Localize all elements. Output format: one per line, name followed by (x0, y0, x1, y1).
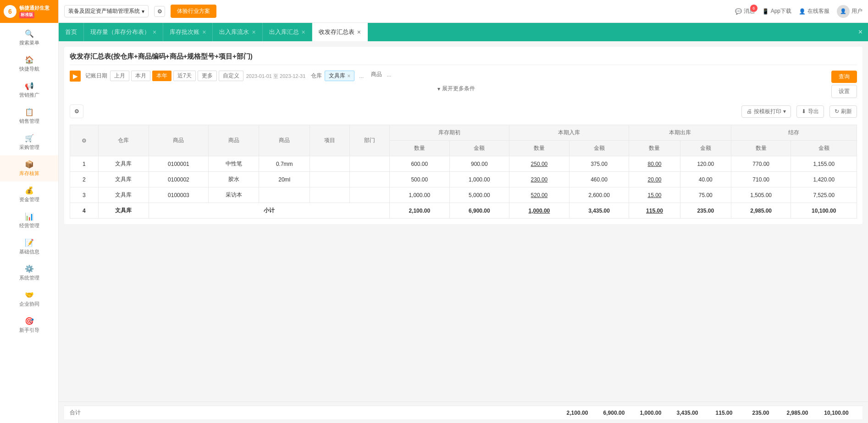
tab-label-inout-summary: 出入库汇总 (269, 28, 299, 36)
th-goods-name: 商品 (209, 125, 259, 156)
sidebar-item-search[interactable]: 🔍搜索菜单 (0, 25, 58, 51)
goods-filter-col: 商品 ... (371, 71, 393, 78)
cell-in-qty[interactable]: 230.00 (509, 172, 569, 187)
sidebar-item-marketing[interactable]: 📢营销推广 (0, 77, 58, 103)
sidebar-item-operations[interactable]: 📊经营管理 (0, 208, 58, 234)
filter-toggle-btn[interactable]: ▶ (70, 71, 81, 82)
sidebar-item-quick-nav[interactable]: 🏠快捷导航 (0, 51, 58, 77)
th-out: 本期出库 (629, 125, 731, 141)
app-download-btn[interactable]: 📱 App下载 (762, 7, 791, 15)
sidebar-item-basic-info[interactable]: 📝基础信息 (0, 234, 58, 260)
warehouse-value: 文具库 (329, 72, 345, 80)
date-btn-近7天[interactable]: 近7天 (173, 71, 196, 81)
user-btn[interactable]: 👤 用户 (837, 5, 862, 18)
tab-close-batch[interactable]: × (202, 29, 206, 35)
warehouse-tag[interactable]: 文具库 × (325, 71, 354, 81)
sidebar-item-inventory[interactable]: 📦库存核算 (0, 155, 58, 181)
sidebar-label-basic-info: 基础信息 (19, 248, 39, 255)
tab-close-inout-flow[interactable]: × (252, 29, 255, 35)
print-label: 按模板打印 (754, 108, 781, 115)
tab-inout-flow[interactable]: 出入库流水× (213, 23, 262, 41)
table-settings-btn[interactable]: ⚙ (70, 104, 83, 118)
close-all-tabs-btn[interactable]: × (853, 28, 868, 36)
cell-bal-qty: 710.00 (731, 172, 791, 187)
tab-close-inout-summary[interactable]: × (302, 29, 305, 35)
date-btn-自定义[interactable]: 自定义 (219, 71, 243, 81)
cell-code: 0100001 (149, 156, 209, 172)
tab-collect-summary[interactable]: 收发存汇总表× (312, 23, 368, 41)
tab-home[interactable]: 首页 (59, 23, 84, 41)
tab-batch[interactable]: 库存批次账× (163, 23, 213, 41)
cell-seq: 1 (70, 156, 99, 172)
cell-bal-amt: 1,420.00 (791, 172, 857, 187)
cell-out-qty[interactable]: 80.00 (629, 156, 680, 172)
footer-open-amt: 6,900.00 (596, 410, 632, 416)
cell-out-qty[interactable]: 20.00 (629, 172, 680, 187)
warehouse-more-icon[interactable]: ... (357, 73, 365, 79)
date-btn-本年[interactable]: 本年 (152, 71, 171, 81)
tab-stock-dist[interactable]: 现存量（库存分布表）× (84, 23, 163, 41)
sidebar-item-enterprise[interactable]: 🤝企业协同 (0, 286, 58, 312)
message-btn[interactable]: 💬 消息 6 (735, 7, 755, 15)
query-btn[interactable]: 查询 (831, 71, 857, 83)
expand-more-btn[interactable]: ▾ 展开更多条件 (85, 83, 827, 94)
sidebar-item-purchase[interactable]: 🛒采购管理 (0, 129, 58, 155)
refresh-btn[interactable]: ↻ 刷新 (829, 105, 857, 118)
system-selector[interactable]: 装备及固定资产辅助管理系统 ▾ (64, 5, 149, 17)
date-btn-更多[interactable]: 更多 (198, 71, 217, 81)
experience-btn[interactable]: 体验行业方案 (171, 5, 216, 18)
goods-more-icon[interactable]: ... (385, 71, 393, 78)
cell-seq: 2 (70, 172, 99, 187)
expand-more-label: 展开更多条件 (442, 85, 475, 93)
main-area: 装备及固定资产辅助管理系统 ▾ ⚙ 体验行业方案 💬 消息 6 📱 App下载 … (59, 0, 868, 423)
sidebar-item-sales[interactable]: 📋销售管理 (0, 103, 58, 129)
tab-inout-summary[interactable]: 出入库汇总× (263, 23, 312, 41)
sidebar-item-finance[interactable]: 💰资金管理 (0, 181, 58, 208)
filter-section: ▶ 记账日期 上月本月本年近7天更多自定义 2023-01-01 至 2023-… (70, 71, 857, 98)
subtotal-out-qty: 115.00 (629, 203, 680, 219)
date-btn-上月[interactable]: 上月 (110, 71, 129, 81)
date-filter-col: 记账日期 上月本月本年近7天更多自定义 2023-01-01 至 2023-12… (85, 71, 305, 81)
tab-close-stock-dist[interactable]: × (153, 29, 156, 35)
settings-filter-btn[interactable]: 设置 (831, 85, 857, 98)
tab-close-collect-summary[interactable]: × (357, 29, 361, 35)
sidebar-item-newbie[interactable]: 🎯新手引导 (0, 312, 58, 338)
toolbar: ⚙ 🖨 按模板打印 ▾ ⬇ 导出 ↻ 刷新 (70, 102, 857, 121)
online-service-btn[interactable]: 👤 在线客服 (799, 7, 829, 15)
sidebar-label-inventory: 库存核算 (19, 170, 39, 177)
cell-bal-qty: 770.00 (731, 156, 791, 172)
cell-project (310, 187, 350, 203)
cell-bal-amt: 1,155.00 (791, 156, 857, 172)
tab-label-batch: 库存批次账 (170, 28, 199, 36)
footer-totals: 合计 2,100.00 6,900.00 1,000.00 3,435.00 1… (59, 401, 868, 423)
date-btn-本月[interactable]: 本月 (131, 71, 150, 81)
th-opening: 库存期初 (389, 125, 509, 141)
date-range-display: 2023-01-01 至 2023-12-31 (246, 73, 306, 80)
sidebar-label-system: 系统管理 (19, 275, 39, 281)
sidebar-item-system[interactable]: ⚙️系统管理 (0, 260, 58, 286)
data-table: ⚙ 仓库 商品 商品 商品 项目 部门 库存期初 本期入库 本期出库 结存 数量 (70, 125, 857, 219)
table-row: 2 文具库 0100002 胶水 20ml 500.00 1,000.00 23… (70, 172, 857, 187)
message-badge: 6 (750, 5, 757, 12)
print-btn[interactable]: 🖨 按模板打印 ▾ (741, 105, 791, 118)
th-settings: ⚙ (70, 125, 99, 156)
cell-in-qty[interactable]: 250.00 (509, 156, 569, 172)
export-btn[interactable]: ⬇ 导出 (796, 105, 824, 118)
settings-icon[interactable]: ⚙ (154, 6, 165, 17)
cell-in-qty[interactable]: 520.00 (509, 187, 569, 203)
tab-label-collect-summary: 收发存汇总表 (319, 28, 354, 36)
sidebar-icon-operations: 📊 (25, 212, 34, 221)
th-bal-qty: 数量 (731, 141, 791, 156)
cell-warehouse: 文具库 (98, 172, 149, 187)
cell-out-qty[interactable]: 15.00 (629, 187, 680, 203)
date-buttons: 上月本月本年近7天更多自定义 (110, 71, 243, 81)
refresh-icon: ↻ (835, 108, 839, 115)
table-header-row1: ⚙ 仓库 商品 商品 商品 项目 部门 库存期初 本期入库 本期出库 结存 (70, 125, 857, 141)
table-row: 1 文具库 0100001 中性笔 0.7mm 600.00 900.00 25… (70, 156, 857, 172)
tab-label-stock-dist: 现存量（库存分布表） (90, 28, 150, 36)
cell-open-amt: 1,000.00 (449, 172, 509, 187)
cell-warehouse: 文具库 (98, 187, 149, 203)
warehouse-remove-icon[interactable]: × (347, 73, 350, 79)
sidebar-icon-search: 🔍 (25, 29, 34, 38)
cell-project (310, 156, 350, 172)
